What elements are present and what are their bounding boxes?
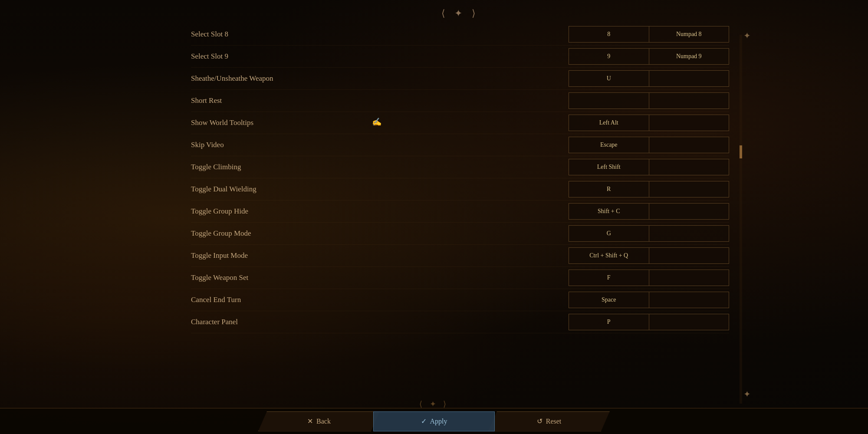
- key-bindings: 8Numpad 8: [569, 26, 729, 43]
- primary-key-button[interactable]: Escape: [569, 137, 649, 153]
- keybind-row: Toggle Input ModeCtrl + Shift + Q: [191, 245, 729, 267]
- secondary-key-button[interactable]: Numpad 8: [649, 26, 730, 43]
- keybind-row: Toggle Group HideShift + C: [191, 201, 729, 223]
- scroll-down-icon[interactable]: ✦: [743, 389, 751, 399]
- keybind-row: Toggle ClimbingLeft Shift: [191, 156, 729, 178]
- secondary-key-button[interactable]: [649, 292, 730, 308]
- primary-key-button[interactable]: F: [569, 270, 649, 286]
- apply-icon: ✓: [421, 417, 427, 425]
- key-bindings: G: [569, 225, 729, 242]
- key-bindings: R: [569, 181, 729, 197]
- primary-key-button[interactable]: R: [569, 181, 649, 197]
- action-name: Select Slot 9: [191, 52, 569, 61]
- secondary-key-button[interactable]: [649, 225, 730, 242]
- reset-icon: ↺: [537, 417, 542, 425]
- back-icon: ✕: [307, 417, 313, 425]
- scrollbar-track[interactable]: [740, 35, 742, 404]
- keybind-row: Select Slot 99Numpad 9: [191, 46, 729, 68]
- secondary-key-button[interactable]: [649, 247, 730, 264]
- action-name: Toggle Group Hide: [191, 207, 569, 216]
- key-bindings: Left Alt: [569, 115, 729, 131]
- keybind-row: Cancel End TurnSpace: [191, 289, 729, 311]
- primary-key-button[interactable]: [569, 92, 649, 109]
- keybind-row: Skip VideoEscape: [191, 134, 729, 156]
- secondary-key-button[interactable]: [649, 314, 730, 330]
- key-bindings: Ctrl + Shift + Q: [569, 247, 729, 264]
- secondary-key-button[interactable]: [649, 137, 730, 153]
- action-name: Toggle Input Mode: [191, 251, 569, 260]
- key-bindings: Left Shift: [569, 159, 729, 175]
- keybind-row: Character PanelP: [191, 311, 729, 333]
- reset-button[interactable]: ↺ Reset: [488, 411, 610, 431]
- keybind-row: Sheathe/Unsheathe WeaponU: [191, 68, 729, 90]
- secondary-key-button[interactable]: [649, 181, 730, 197]
- action-name: Skip Video: [191, 141, 569, 149]
- action-name: Short Rest: [191, 96, 569, 105]
- key-bindings: [569, 92, 729, 109]
- key-bindings: F: [569, 270, 729, 286]
- back-label: Back: [316, 418, 331, 425]
- keybind-row: Toggle Weapon SetF: [191, 267, 729, 289]
- primary-key-button[interactable]: Ctrl + Shift + Q: [569, 247, 649, 264]
- keybind-row: Select Slot 88Numpad 8: [191, 23, 729, 46]
- primary-key-button[interactable]: Space: [569, 292, 649, 308]
- key-bindings: Escape: [569, 137, 729, 153]
- secondary-key-button[interactable]: [649, 159, 730, 175]
- keybind-row: Short Rest: [191, 90, 729, 112]
- secondary-key-button[interactable]: [649, 92, 730, 109]
- action-name: Show World Tooltips: [191, 118, 569, 127]
- action-name: Cancel End Turn: [191, 296, 569, 304]
- primary-key-button[interactable]: Left Shift: [569, 159, 649, 175]
- primary-key-button[interactable]: G: [569, 225, 649, 242]
- apply-label: Apply: [430, 418, 447, 425]
- keybind-row: Show World TooltipsLeft Alt: [191, 112, 729, 134]
- bottom-buttons: ✕ Back ✓ Apply ↺ Reset: [258, 411, 610, 431]
- primary-key-button[interactable]: Shift + C: [569, 203, 649, 220]
- back-button[interactable]: ✕ Back: [258, 411, 380, 431]
- secondary-key-button[interactable]: Numpad 9: [649, 48, 730, 65]
- action-name: Toggle Weapon Set: [191, 273, 569, 282]
- action-name: Toggle Dual Wielding: [191, 185, 569, 194]
- secondary-key-button[interactable]: [649, 270, 730, 286]
- apply-button[interactable]: ✓ Apply: [373, 411, 495, 431]
- primary-key-button[interactable]: U: [569, 70, 649, 87]
- primary-key-button[interactable]: Left Alt: [569, 115, 649, 131]
- secondary-key-button[interactable]: [649, 70, 730, 87]
- keybindings-list: Select Slot 88Numpad 8Select Slot 99Nump…: [182, 23, 738, 434]
- key-bindings: Shift + C: [569, 203, 729, 220]
- key-bindings: P: [569, 314, 729, 330]
- primary-key-button[interactable]: P: [569, 314, 649, 330]
- bottom-bar: ✕ Back ✓ Apply ↺ Reset: [0, 408, 868, 434]
- secondary-key-button[interactable]: [649, 203, 730, 220]
- primary-key-button[interactable]: 8: [569, 26, 649, 43]
- action-name: Toggle Group Mode: [191, 229, 569, 238]
- key-bindings: Space: [569, 292, 729, 308]
- reset-label: Reset: [546, 418, 562, 425]
- scrollbar-thumb[interactable]: [740, 145, 742, 158]
- action-name: Character Panel: [191, 318, 569, 326]
- primary-key-button[interactable]: 9: [569, 48, 649, 65]
- keybind-row: Toggle Group ModeG: [191, 223, 729, 245]
- scroll-up-icon[interactable]: ✦: [743, 30, 751, 41]
- key-bindings: 9Numpad 9: [569, 48, 729, 65]
- secondary-key-button[interactable]: [649, 115, 730, 131]
- action-name: Select Slot 8: [191, 30, 569, 39]
- action-name: Toggle Climbing: [191, 163, 569, 171]
- bottom-decoration: ⟨ ✦ ⟩: [0, 399, 868, 409]
- key-bindings: U: [569, 70, 729, 87]
- keybind-row: Toggle Dual WieldingR: [191, 178, 729, 201]
- action-name: Sheathe/Unsheathe Weapon: [191, 74, 569, 83]
- content-area: ⟨ ✦ ⟩ Select Slot 88Numpad 8Select Slot …: [182, 0, 738, 434]
- top-decoration: ⟨ ✦ ⟩: [182, 0, 738, 23]
